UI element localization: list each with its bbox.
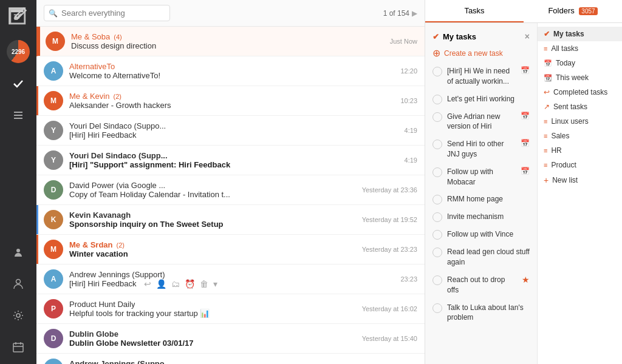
tab-folders[interactable]: Folders 3057 bbox=[524, 0, 622, 22]
task-checkbox[interactable] bbox=[432, 275, 442, 285]
plus-icon: + bbox=[544, 175, 549, 185]
task-checkbox[interactable] bbox=[432, 112, 442, 122]
create-task-label: Create a new task bbox=[444, 49, 503, 58]
settings-icon[interactable] bbox=[7, 305, 29, 326]
create-task-button[interactable]: ⊕ Create a new task bbox=[425, 44, 537, 62]
svg-point-4 bbox=[16, 280, 21, 284]
my-tasks-header: ✔ My tasks × bbox=[425, 28, 537, 44]
folder-icon[interactable]: 🗂 bbox=[171, 279, 180, 289]
email-row[interactable]: A Andrew Jennings (Suppo... [Hiri] "Supp… bbox=[36, 354, 425, 364]
star-icon[interactable]: ★ bbox=[522, 275, 530, 285]
email-time: 4:19 bbox=[400, 157, 417, 164]
email-top: Me & Srdan (2) bbox=[69, 240, 357, 249]
email-top: Youri Del Sindaco (Suppo... bbox=[69, 121, 400, 130]
task-checkbox[interactable] bbox=[432, 230, 442, 240]
person-icon[interactable] bbox=[7, 273, 29, 295]
right-menu-item-completed-tasks[interactable]: ↩Completed tasks bbox=[538, 85, 622, 99]
email-row[interactable]: M Me & Srdan (2) Winter vacation Yesterd… bbox=[36, 235, 425, 265]
task-item[interactable]: Follow up with Vince bbox=[425, 226, 537, 243]
task-item[interactable]: RMM home page bbox=[425, 190, 537, 208]
email-from: Me & Srdan bbox=[69, 240, 113, 249]
tasks-panel: Tasks Folders 3057 ✔ My tasks × ⊕ Create… bbox=[425, 0, 622, 364]
right-menu-item-this-week[interactable]: 📆This week bbox=[538, 70, 622, 85]
email-content: Kevin Kavanagh Sponsorship inquiry on Th… bbox=[69, 211, 357, 229]
calendar-icon[interactable] bbox=[7, 336, 29, 358]
right-menu-item-product[interactable]: ≡Product bbox=[538, 158, 622, 172]
email-time: 12:20 bbox=[395, 67, 417, 75]
email-indicator bbox=[36, 205, 38, 234]
task-item[interactable]: Read lead gen cloud stuff again bbox=[425, 243, 537, 271]
email-row[interactable]: D David Power (via Google ... Copy of Te… bbox=[36, 175, 425, 205]
reply-icon[interactable]: ↩ bbox=[144, 279, 151, 289]
email-row[interactable]: D Dublin Globe Dublin Globe Newsletter 0… bbox=[36, 324, 425, 354]
right-menu-item-all-tasks[interactable]: ≡All tasks bbox=[538, 41, 622, 56]
right-menu-label: Sales bbox=[551, 132, 569, 140]
email-top: David Power (via Google ... bbox=[69, 181, 357, 190]
email-subject: [Hiri] Hiri Feedback bbox=[69, 130, 400, 140]
task-checkbox[interactable] bbox=[432, 212, 442, 222]
email-row[interactable]: A Andrew Jennings (Support) [Hiri] Hiri … bbox=[36, 265, 425, 294]
email-row[interactable]: M Me & Soba (4) Discuss design direction… bbox=[36, 27, 425, 56]
email-top: Me & Kevin (2) bbox=[69, 92, 395, 101]
task-item[interactable]: Send Hiri to other JNJ guys 📅 bbox=[425, 135, 537, 163]
email-row[interactable]: K Kevin Kavanagh Sponsorship inquiry on … bbox=[36, 205, 425, 235]
check-icon[interactable] bbox=[7, 73, 29, 95]
inbox-badge[interactable]: 2296 bbox=[7, 40, 30, 63]
task-item[interactable]: Let's get Hiri working bbox=[425, 90, 537, 108]
email-time: 23:23 bbox=[395, 275, 417, 283]
right-menu-item-new-list[interactable]: +New list bbox=[538, 172, 622, 188]
task-item[interactable]: Talk to Luka about Ian's problem bbox=[425, 299, 537, 327]
task-checkbox[interactable] bbox=[432, 303, 442, 313]
task-list: [Hiri] Hi We in need of actually workin.… bbox=[425, 62, 537, 326]
tab-tasks[interactable]: Tasks bbox=[425, 0, 524, 22]
task-checkbox[interactable] bbox=[432, 195, 442, 204]
email-row[interactable]: Y Youri Del Sindaco (Supp... [Hiri] "Sup… bbox=[36, 146, 425, 175]
task-checkbox[interactable] bbox=[432, 248, 442, 257]
compose-button[interactable] bbox=[7, 6, 29, 28]
email-content: Me & Srdan (2) Winter vacation bbox=[69, 240, 357, 258]
task-checkbox[interactable] bbox=[432, 67, 442, 76]
right-menu-item-hr[interactable]: ≡HR bbox=[538, 143, 622, 158]
task-checkbox[interactable] bbox=[432, 95, 442, 104]
close-tasks-button[interactable]: × bbox=[525, 32, 530, 41]
task-item[interactable]: Invite mechanism bbox=[425, 208, 537, 226]
task-checkbox[interactable] bbox=[432, 167, 442, 177]
email-from: Andrew Jennings (Suppo... bbox=[69, 359, 171, 364]
email-row[interactable]: P Product Hunt Daily Helpful tools for t… bbox=[36, 294, 425, 324]
right-menu-item-linux-users[interactable]: ≡Linux users bbox=[538, 114, 622, 129]
contacts-icon[interactable] bbox=[7, 241, 29, 263]
list-icon[interactable] bbox=[7, 104, 29, 126]
email-row[interactable]: A AlternativeTo Welcome to AlternativeTo… bbox=[36, 56, 425, 86]
task-item[interactable]: Give Adrian new version of Hiri 📅 bbox=[425, 108, 537, 136]
completed-icon: ↩ bbox=[544, 88, 550, 96]
email-count: (2) bbox=[113, 93, 121, 100]
pagination-text: 1 of 154 bbox=[383, 9, 409, 18]
email-row[interactable]: Y Youri Del Sindaco (Suppo... [Hiri] Hir… bbox=[36, 116, 425, 146]
task-item[interactable]: Follow up with Mobacar 📅 bbox=[425, 163, 537, 191]
task-checkbox[interactable] bbox=[432, 140, 442, 149]
more-icon[interactable]: ▾ bbox=[213, 279, 217, 289]
avatar: A bbox=[44, 359, 63, 364]
right-menu-item-today[interactable]: 📅Today bbox=[538, 56, 622, 70]
email-row[interactable]: M Me & Kevin (2) Aleksander - Growth hac… bbox=[36, 86, 425, 116]
task-item[interactable]: [Hiri] Hi We in need of actually workin.… bbox=[425, 62, 537, 90]
avatar: Y bbox=[44, 121, 63, 140]
task-text: Talk to Luka about Ian's problem bbox=[447, 303, 530, 323]
email-from: Youri Del Sindaco (Supp... bbox=[69, 151, 168, 160]
email-top: Andrew Jennings (Suppo... bbox=[69, 359, 357, 364]
list-icon-item: ≡ bbox=[544, 147, 547, 154]
right-menu-item-sent-tasks[interactable]: ↗Sent tasks bbox=[538, 99, 622, 114]
clock-icon[interactable]: ⏰ bbox=[185, 279, 195, 289]
email-time: Yesterday at 19:52 bbox=[357, 216, 417, 223]
right-menu-item-my-tasks[interactable]: ✔My tasks bbox=[538, 27, 622, 41]
delete-icon[interactable]: 🗑 bbox=[200, 279, 208, 289]
assign-icon[interactable]: 👤 bbox=[156, 279, 166, 289]
email-subject: Winter vacation bbox=[69, 249, 357, 258]
task-item[interactable]: Reach out to drop offs ★ bbox=[425, 271, 537, 299]
search-input[interactable] bbox=[44, 5, 170, 21]
svg-point-5 bbox=[16, 314, 20, 317]
right-menu-item-sales[interactable]: ≡Sales bbox=[538, 129, 622, 143]
next-page-icon[interactable]: ▶ bbox=[412, 9, 417, 18]
email-top: Me & Soba (4) bbox=[71, 32, 385, 41]
avatar: A bbox=[44, 61, 63, 81]
